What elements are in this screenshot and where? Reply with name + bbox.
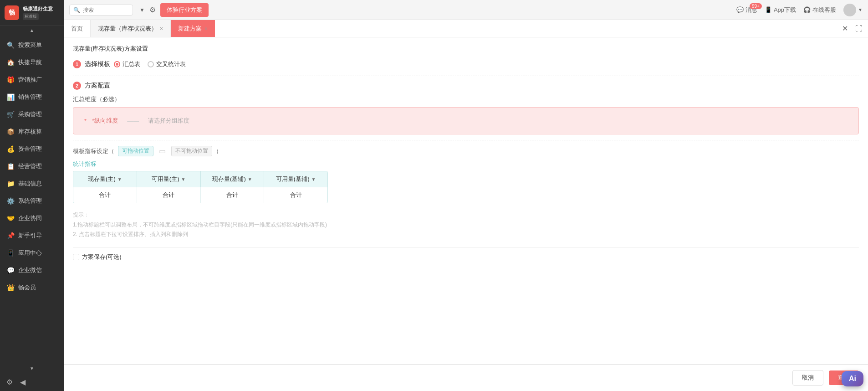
messages-button[interactable]: 💬 消息 99+ — [736, 6, 757, 14]
stats-table-header: 现存量(主) ▼ 可用量(主) ▼ 现存量(基辅) ▼ — [73, 171, 327, 187]
sidebar-item-label: 资金管理 — [18, 145, 42, 153]
col-header-1[interactable]: 可用量(主) ▼ — [137, 171, 201, 187]
sidebar-item-label: 畅会员 — [18, 283, 36, 292]
radio-dot-summary — [116, 63, 118, 66]
search-input[interactable] — [83, 7, 129, 13]
section2-label: 方案配置 — [85, 82, 110, 90]
tip-1: 1.拖动标题栏可以调整布局，不可跨维度或指标区域拖动栏目字段(只能在同一维度或指… — [73, 220, 859, 230]
divider-2 — [73, 140, 859, 140]
sidebar-item-basic-info[interactable]: 📁 基础信息 — [0, 175, 64, 192]
messages-badge: 99+ — [750, 3, 762, 9]
save-checkbox-area: 方案保存(可选) — [73, 247, 859, 267]
bottom-bar: 取消 查询 — [64, 364, 868, 391]
vertical-dim-label: *纵向维度 — [92, 117, 118, 125]
sidebar-item-search-menu[interactable]: 🔍 搜索菜单 — [0, 36, 64, 54]
sidebar-scroll-down[interactable]: ▼ — [0, 364, 64, 373]
col-2-chevron: ▼ — [248, 177, 252, 182]
sidebar-item-label: 销售管理 — [18, 93, 42, 101]
sidebar-item-quick-nav[interactable]: 🏠 快捷导航 — [0, 54, 64, 71]
settings-footer-icon[interactable]: ⚙ — [6, 378, 13, 386]
required-star: * — [84, 118, 87, 124]
sidebar-scroll-up[interactable]: ▲ — [0, 26, 64, 35]
trial-industry-button[interactable]: 体验行业方案 — [160, 3, 209, 17]
cancel-button[interactable]: 取消 — [792, 370, 823, 386]
tips-label: 提示： — [73, 211, 89, 218]
sidebar-logo: 畅 畅康通好生意 标准版 — [0, 0, 64, 26]
user-avatar[interactable]: ▼ — [843, 4, 863, 16]
avatar-img — [843, 4, 856, 16]
sidebar-item-members[interactable]: 👑 畅会员 — [0, 279, 64, 296]
radio-summary[interactable]: 汇总表 — [114, 60, 140, 68]
stats-table: 现存量(主) ▼ 可用量(主) ▼ 现存量(基辅) ▼ — [73, 171, 328, 203]
topbar: 🔍 ▼ ⚙ 体验行业方案 💬 消息 99+ 📱 App下载 🎧 在线客服 ▼ — [64, 0, 868, 20]
col-header-0[interactable]: 现存量(主) ▼ — [73, 171, 137, 187]
tab-new-plan-close[interactable]: × — [204, 26, 208, 32]
search-dropdown-icon[interactable]: ▼ — [139, 7, 145, 13]
sidebar-item-system[interactable]: ⚙️ 系统管理 — [0, 192, 64, 210]
sidebar-item-label: 基础信息 — [18, 180, 42, 188]
cart-icon: 🛒 — [6, 111, 15, 118]
sidebar-item-purchase[interactable]: 🛒 采购管理 — [0, 106, 64, 123]
sidebar-item-marketing[interactable]: 🎁 营销推广 — [0, 71, 64, 88]
tab-inventory-close[interactable]: × — [160, 26, 163, 32]
service-label: 在线客服 — [812, 6, 836, 14]
gear-icon: ⚙️ — [6, 197, 15, 205]
col-0-chevron: ▼ — [117, 177, 122, 182]
radio-cross-label: 交叉统计表 — [156, 60, 186, 68]
sidebar-item-inventory[interactable]: 📦 库存核算 — [0, 123, 64, 140]
sidebar-item-app-center[interactable]: 📱 应用中心 — [0, 244, 64, 262]
phone-icon: 📱 — [765, 6, 772, 13]
app-download-label: App下载 — [774, 6, 796, 14]
tabs-window-controls: ✕ ⛶ — [840, 22, 868, 35]
col-3-chevron: ▼ — [311, 177, 316, 182]
tab-home[interactable]: 首页 — [64, 20, 91, 37]
stats-table-row: 合计 合计 合计 合计 — [73, 187, 327, 203]
online-service-button[interactable]: 🎧 在线客服 — [803, 6, 836, 14]
section1-label: 选择模板 — [85, 60, 110, 68]
window-close-button[interactable]: ✕ — [840, 22, 850, 35]
ai-float-button[interactable]: Ai — [842, 371, 863, 386]
col-header-3[interactable]: 可用量(基辅) ▼ — [264, 171, 327, 187]
section1-header: 1 选择模板 汇总表 交叉统计表 — [73, 60, 859, 68]
search-icon: 🔍 — [6, 41, 15, 49]
sidebar-footer: ⚙ ◀ — [0, 373, 64, 391]
wechat-icon: 💬 — [6, 267, 15, 274]
app-version: 标准版 — [23, 13, 39, 20]
stats-section-label: 统计指标 — [73, 160, 859, 168]
message-icon: 💬 — [736, 6, 744, 13]
template-radio-group: 汇总表 交叉统计表 — [114, 60, 186, 68]
audio-footer-icon[interactable]: ◀ — [20, 378, 26, 386]
section-choose-template: 1 选择模板 汇总表 交叉统计表 — [73, 60, 859, 68]
handshake-icon: 🤝 — [6, 215, 15, 222]
sidebar-item-new-guide[interactable]: 📌 新手引导 — [0, 227, 64, 244]
headset-icon: 🎧 — [803, 6, 811, 13]
sidebar-item-operations[interactable]: 📋 经营管理 — [0, 158, 64, 175]
window-expand-button[interactable]: ⛶ — [853, 23, 864, 35]
settings-icon[interactable]: ⚙ — [149, 5, 156, 14]
section1-num: 1 — [73, 60, 81, 68]
indicator-sep: ▭ — [159, 147, 166, 155]
sidebar-item-sales[interactable]: 📊 销售管理 — [0, 88, 64, 106]
tab-inventory[interactable]: 现存量（库存状况表） × — [91, 20, 171, 37]
search-box[interactable]: 🔍 — [69, 5, 133, 15]
radio-cross[interactable]: 交叉统计表 — [148, 60, 186, 68]
save-checkbox[interactable] — [73, 254, 79, 260]
app-name: 畅康通好生意 — [23, 5, 53, 12]
tab-new-plan[interactable]: 新建方案 × — [171, 20, 215, 37]
sidebar-item-enterprise[interactable]: 🤝 企业协同 — [0, 210, 64, 227]
tab-home-label: 首页 — [71, 25, 83, 33]
page-title: 现存量(库存状况表)方案设置 — [73, 45, 859, 53]
cell-0: 合计 — [73, 187, 137, 203]
app-download-button[interactable]: 📱 App下载 — [765, 6, 796, 14]
tab-new-plan-label: 新建方案 — [178, 25, 202, 33]
indicator-settings-suffix: ） — [216, 147, 222, 155]
col-1-label: 可用量(主) — [152, 175, 179, 183]
sidebar-item-label: 企业协同 — [18, 214, 42, 222]
logo-text: 畅康通好生意 标准版 — [23, 5, 53, 20]
indicator-settings: 模板指标设定（ 可拖动位置 ▭ 不可拖动位置 ） 统计指标 现存量(主) ▼ — [73, 146, 859, 205]
sidebar-item-enterprise-wx[interactable]: 💬 企业微信 — [0, 262, 64, 279]
dimension-select-area[interactable]: * *纵向维度 —— 请选择分组维度 — [73, 107, 859, 134]
sidebar-item-label: 营销推广 — [18, 76, 42, 84]
col-header-2[interactable]: 现存量(基辅) ▼ — [201, 171, 265, 187]
sidebar-item-finance[interactable]: 💰 资金管理 — [0, 140, 64, 158]
